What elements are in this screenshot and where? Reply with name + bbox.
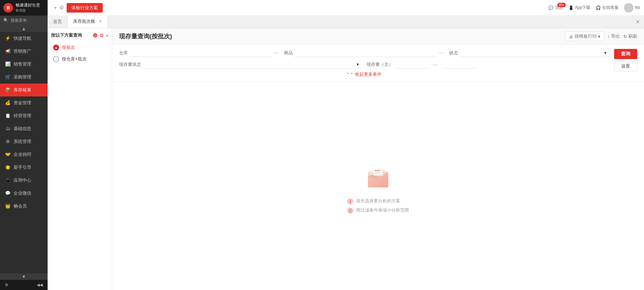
tab-inventory-batch[interactable]: 库存批次账 ✕	[68, 16, 108, 28]
tab-panel-close-btn[interactable]: ✕	[631, 16, 644, 28]
filter-add-btn[interactable]: ⊕	[92, 32, 98, 39]
sidebar-item-basic[interactable]: 🗂 基础信息	[0, 122, 48, 135]
tab-home[interactable]: 首页	[48, 16, 68, 28]
sidebar-item-label: 资金管理	[14, 100, 31, 106]
app-logo: B	[3, 3, 13, 13]
inventory-main-to[interactable]	[442, 60, 476, 69]
warehouse-input[interactable]	[130, 49, 272, 57]
print-btn[interactable]: 🖨 按模板打印 ▾	[565, 32, 604, 41]
filter-item-batch[interactable]: ● 按批次	[48, 42, 112, 53]
messages-btn[interactable]: 💬 消息 99+	[548, 5, 563, 11]
tab-home-label: 首页	[53, 19, 62, 25]
guide-icon: 🌟	[5, 164, 11, 170]
settings-btn[interactable]: 设置	[614, 61, 637, 71]
sidebar-item-marketing[interactable]: 📢 营销推广	[0, 45, 48, 58]
product-label: 商品	[284, 50, 293, 56]
filter-item-batch-label: 按批次	[62, 44, 75, 51]
collapse-more-btn[interactable]: ⌃⌃ 收起更多条件	[346, 71, 382, 77]
sidebar-header: B 畅康通好生意 标准版	[0, 0, 48, 16]
sidebar-item-quick-nav[interactable]: ⚡ 快捷导航	[0, 32, 48, 45]
sidebar-item-guide[interactable]: 🌟 新手引导	[0, 161, 48, 174]
sidebar-item-label: 销售管理	[14, 61, 31, 67]
purchase-icon: 🛒	[5, 74, 11, 80]
export-btn[interactable]: ↑ 导出	[608, 33, 620, 39]
sidebar-item-label: 畅会员	[14, 203, 27, 209]
filter-settings-btn[interactable]: ⊙	[100, 33, 104, 38]
sidebar-item-operations[interactable]: 📋 经营管理	[0, 109, 48, 122]
product-more-btn[interactable]: ···	[439, 50, 443, 56]
hint-text-2: 用过滤条件来缩小分析范围	[356, 207, 409, 213]
sales-icon: 📊	[5, 61, 11, 67]
empty-state: 1 请先选择要分析的方案 2 用过滤条件来缩小分析范围	[112, 82, 644, 290]
page-header: 现存量查询(按批次) 🖨 按模板打印 ▾ ↑ 导出 ↻ 刷新	[112, 28, 644, 45]
sidebar-item-inventory[interactable]: 📦 库存核算	[0, 84, 48, 96]
app-download-label: App下载	[575, 5, 590, 11]
sidebar-item-label: 营销推广	[14, 48, 31, 54]
marketing-icon: 📢	[5, 48, 11, 54]
inventory-status-dropdown-icon: ▾	[357, 62, 359, 67]
topbar-settings-icon[interactable]: ⚙	[59, 4, 64, 11]
svg-rect-7	[374, 173, 380, 174]
sidebar-item-system[interactable]: ⚙ 系统管理	[0, 135, 48, 148]
sidebar-item-wechat[interactable]: 💬 企业微信	[0, 187, 48, 200]
search-menu-label: 搜索菜单	[11, 18, 27, 23]
scroll-up-btn[interactable]: ▲	[0, 25, 48, 32]
footer-collapse-btn[interactable]: ◀◀	[37, 283, 43, 287]
svg-point-8	[380, 174, 384, 176]
inventory-icon: 📦	[5, 87, 11, 93]
main-area: ▾ ⚙ 体验行业方案 💬 消息 99+ 📱 App下载 🎧 在线客服 Rit	[48, 0, 644, 290]
sidebar: B 畅康通好生意 标准版 🔍 搜索菜单 ▲ ⚡ 快捷导航 📢 营销推广 📊 销售…	[0, 0, 48, 290]
messages-badge: 99+	[557, 3, 566, 7]
system-icon: ⚙	[5, 139, 11, 145]
app-download-btn[interactable]: 📱 App下载	[569, 5, 590, 11]
sidebar-item-enterprise[interactable]: 🤝 企业协同	[0, 148, 48, 161]
scroll-down-btn[interactable]: ▼	[0, 273, 48, 280]
breadcrumb-dropdown[interactable]: ▾	[54, 5, 56, 10]
sidebar-item-label: 企业协同	[14, 151, 31, 158]
sidebar-item-label: 基础信息	[14, 126, 31, 132]
inventory-status-select[interactable]: ▾	[143, 60, 361, 69]
experience-btn[interactable]: 体验行业方案	[67, 3, 103, 13]
sidebar-item-finance[interactable]: 💰 资金管理	[0, 96, 48, 109]
inventory-status-filter: 现存量状态 ▾	[119, 60, 361, 69]
finance-icon: 💰	[5, 100, 11, 106]
chevron-up-icon: ⌃⌃	[346, 72, 354, 77]
export-icon: ↑	[608, 34, 610, 39]
status-select[interactable]: ▾	[460, 49, 609, 57]
sidebar-item-label: 新手引导	[14, 164, 31, 170]
content-area: 按以下方案查询 ⊕ ⊙ « ● 按批次 ○ 按仓库+批次 现存量查询(按批次)	[48, 28, 644, 290]
sidebar-item-member[interactable]: 👑 畅会员	[0, 200, 48, 213]
query-btn[interactable]: 查询	[614, 49, 637, 59]
product-input[interactable]	[295, 49, 437, 57]
filter-panel-title: 按以下方案查询	[51, 32, 82, 38]
sidebar-item-purchase[interactable]: 🛒 采购管理	[0, 71, 48, 84]
print-dropdown-icon[interactable]: ▾	[598, 34, 600, 39]
user-profile[interactable]: Rit	[624, 3, 640, 13]
online-service-btn[interactable]: 🎧 在线客服	[596, 5, 618, 11]
avatar	[624, 3, 633, 13]
app-version: 标准版	[16, 8, 40, 13]
filter-item-warehouse-batch[interactable]: ○ 按仓库+批次	[48, 53, 112, 65]
export-btn-label: 导出	[611, 33, 620, 39]
inventory-main-from[interactable]	[395, 60, 429, 69]
empty-hint-2: 2 用过滤条件来缩小分析范围	[347, 207, 409, 214]
tab-close-btn[interactable]: ✕	[99, 19, 102, 24]
warehouse-more-btn[interactable]: ···	[274, 50, 278, 56]
sidebar-item-apps[interactable]: 📱 应用中心	[0, 174, 48, 187]
filter-panel: 按以下方案查询 ⊕ ⊙ « ● 按批次 ○ 按仓库+批次	[48, 28, 112, 290]
inventory-status-label: 现存量状态	[119, 61, 141, 68]
filter-row: 仓库 ··· 商品 ···	[112, 45, 644, 82]
filter-collapse-btn[interactable]: «	[106, 33, 108, 38]
headset-icon: 🎧	[596, 5, 601, 10]
sidebar-item-sales[interactable]: 📊 销售管理	[0, 58, 48, 71]
footer-settings-btn[interactable]: ⚙	[5, 283, 9, 287]
operations-icon: 📋	[5, 113, 11, 119]
filter-item-warehouse-batch-label: 按仓库+批次	[62, 56, 87, 62]
status-dropdown-icon: ▾	[604, 50, 607, 55]
refresh-btn[interactable]: ↻ 刷新	[623, 33, 637, 39]
tabbar: 首页 库存批次账 ✕ ✕	[48, 16, 644, 28]
username: Rit	[635, 5, 640, 10]
online-service-label: 在线客服	[602, 5, 618, 11]
refresh-btn-label: 刷新	[628, 33, 637, 39]
search-menu[interactable]: 🔍 搜索菜单	[0, 16, 48, 25]
